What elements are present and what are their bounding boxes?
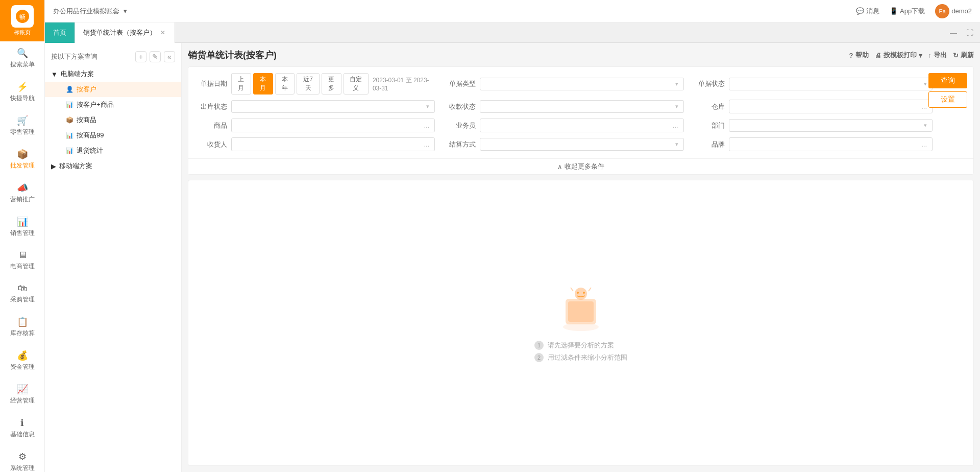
sidebar-item-finance-label: 资金管理 xyxy=(10,363,35,371)
help-button[interactable]: ? 帮助 xyxy=(849,51,869,60)
tree-item-by-customer-goods[interactable]: 📊 按客户+商品 xyxy=(45,97,181,112)
tree-item-return-stats[interactable]: 📊 退货统计 xyxy=(45,143,181,158)
brand-select[interactable]: ... xyxy=(729,137,933,151)
add-scheme-button[interactable]: + xyxy=(135,51,146,62)
dept-select[interactable]: ▾ xyxy=(729,119,933,132)
last-month-btn[interactable]: 上月 xyxy=(231,73,251,95)
this-year-btn[interactable]: 本年 xyxy=(275,73,295,95)
money-icon: 💰 xyxy=(17,350,28,361)
query-button[interactable]: 查询 xyxy=(928,73,967,88)
username: demo2 xyxy=(951,7,972,15)
salesperson-label: 业务员 xyxy=(443,121,476,130)
collect-status-select[interactable]: ▾ xyxy=(480,100,683,113)
sidebar-item-system[interactable]: ⚙ 系统管理 xyxy=(0,445,44,472)
goods-label: 商品 xyxy=(194,121,227,130)
warehouse-select[interactable]: ... xyxy=(729,100,933,113)
left-panel-actions: + ✎ « xyxy=(135,51,175,62)
tree-item-by-goods99[interactable]: 📊 按商品99 xyxy=(45,128,181,143)
logo-icon: 畅 xyxy=(11,5,34,28)
salesperson-filter-cell: 业务员 ... xyxy=(443,119,683,132)
sidebar-item-marketing[interactable]: 📣 营销推广 xyxy=(0,176,44,210)
sidebar-item-wholesale[interactable]: 📦 批发管理 xyxy=(0,143,44,176)
doc-type-select[interactable]: ▾ xyxy=(480,78,683,90)
app-logo[interactable]: 畅 标账页 xyxy=(0,0,44,41)
sidebar-item-operations[interactable]: 📈 经营管理 xyxy=(0,377,44,411)
tab-report[interactable]: 销货单统计表（按客户） ✕ xyxy=(75,22,175,43)
sidebar-item-search[interactable]: 🔍 搜索菜单 xyxy=(0,41,44,75)
sidebar-item-inventory[interactable]: 📋 库存核算 xyxy=(0,310,44,344)
help-icon: ? xyxy=(849,52,853,59)
more-btn[interactable]: 更多 xyxy=(322,73,341,95)
tree-desktop-section[interactable]: ▼ 电脑端方案 xyxy=(45,66,181,82)
dept-filter-cell: 部门 ▾ xyxy=(692,119,933,132)
custom-btn[interactable]: 自定义 xyxy=(344,73,369,95)
tab-home[interactable]: 首页 xyxy=(45,22,75,43)
tree-item-by-goods[interactable]: 📦 按商品 xyxy=(45,112,181,128)
empty-hints: 1 请先选择要分析的方案 2 用过滤条件来缩小分析范围 xyxy=(534,341,627,362)
minimize-button[interactable]: — xyxy=(947,27,960,39)
svg-text:畅: 畅 xyxy=(19,13,26,20)
action-buttons: 查询 设置 xyxy=(928,73,967,108)
edit-scheme-button[interactable]: ✎ xyxy=(150,51,161,62)
chevron-up-icon: ∧ xyxy=(557,163,562,171)
collapse-label: 收起更多条件 xyxy=(565,162,604,171)
tab-close-icon[interactable]: ✕ xyxy=(159,28,166,37)
right-panel: 销货单统计表(按客户) ? 帮助 🖨 按模板打印 ▾ ↑ 导出 xyxy=(182,43,980,472)
main-area: 办公用品行业模拟账套 ▾ 💬 消息 📱 App下载 Ea demo2 首页 xyxy=(45,0,980,472)
goods-filter-cell: 商品 ... xyxy=(194,119,435,132)
tree-expand-icon: ▼ xyxy=(51,70,58,78)
receiver-dots: ... xyxy=(424,140,429,148)
filter-row-3: 商品 ... 业务员 ... 部门 xyxy=(194,119,933,132)
chart-icon: 📊 xyxy=(17,216,28,227)
sidebar-item-purchase[interactable]: 🛍 采购管理 xyxy=(0,277,44,310)
out-status-select[interactable]: ▾ xyxy=(231,100,435,113)
sidebar-item-sales-label: 销售管理 xyxy=(10,229,35,238)
tree-mobile-label: 移动端方案 xyxy=(59,161,92,171)
topbar-title[interactable]: 办公用品行业模拟账套 ▾ xyxy=(53,7,127,16)
export-button[interactable]: ↑ 导出 xyxy=(928,51,947,60)
tree-item-by-goods-label: 按商品 xyxy=(77,115,96,125)
sidebar-item-basic[interactable]: ℹ 基础信息 xyxy=(0,411,44,445)
trending-icon: 📈 xyxy=(17,384,28,395)
sidebar-item-basic-label: 基础信息 xyxy=(10,430,35,439)
svg-line-7 xyxy=(589,288,591,291)
doc-status-filter-cell: 单据状态 ▾ xyxy=(692,78,933,90)
sidebar-item-quicknav[interactable]: ⚡ 快捷导航 xyxy=(0,75,44,109)
customer-goods-icon: 📊 xyxy=(65,101,74,109)
maximize-button[interactable]: ⛶ xyxy=(964,27,976,39)
customer-icon: 👤 xyxy=(65,85,74,93)
out-status-label: 出库状态 xyxy=(194,102,227,111)
filter-row-1: 单据日期 上月 本月 本年 近7天 更多 自定义 2023-03-01 至 20… xyxy=(194,73,933,95)
salesperson-select[interactable]: ... xyxy=(480,119,683,132)
sidebar-item-ecommerce[interactable]: 🖥 电商管理 xyxy=(0,244,44,277)
receiver-select[interactable]: ... xyxy=(231,137,435,151)
goods-select[interactable]: ... xyxy=(231,119,435,132)
help-label: 帮助 xyxy=(855,51,869,60)
settings-button[interactable]: 设置 xyxy=(928,91,967,108)
sidebar-item-sales[interactable]: 📊 销售管理 xyxy=(0,210,44,244)
print-button[interactable]: 🖨 按模板打印 ▾ xyxy=(875,51,922,60)
tree-mobile-section[interactable]: ▶ 移动端方案 xyxy=(45,158,181,174)
tree-item-by-customer[interactable]: 👤 按客户 xyxy=(45,82,181,97)
this-month-btn[interactable]: 本月 xyxy=(253,73,273,95)
sidebar-item-quicknav-label: 快捷导航 xyxy=(10,94,35,103)
app-download-button[interactable]: 📱 App下载 xyxy=(890,7,925,16)
collapse-bar[interactable]: ∧ 收起更多条件 xyxy=(188,158,973,174)
tree-item-return-stats-label: 退货统计 xyxy=(77,146,103,155)
tree-item-by-goods99-label: 按商品99 xyxy=(77,131,104,140)
doc-status-select[interactable]: ▾ xyxy=(729,78,933,90)
clipboard-icon: 📋 xyxy=(17,316,28,327)
settle-select[interactable]: ▾ xyxy=(480,138,683,151)
last7days-btn[interactable]: 近7天 xyxy=(297,73,320,95)
sidebar-item-finance[interactable]: 💰 资金管理 xyxy=(0,344,44,377)
sidebar-item-retail[interactable]: 🛒 零售管理 xyxy=(0,109,44,143)
export-icon: ↑ xyxy=(928,52,932,59)
sidebar-item-search-label: 搜索菜单 xyxy=(10,60,35,69)
page-title-actions: ? 帮助 🖨 按模板打印 ▾ ↑ 导出 ↻ 刷新 xyxy=(849,51,974,60)
user-menu[interactable]: Ea demo2 xyxy=(935,4,972,18)
salesperson-dots: ... xyxy=(673,122,678,129)
collapse-panel-button[interactable]: « xyxy=(164,51,175,62)
sidebar-item-marketing-label: 营销推广 xyxy=(10,195,35,204)
message-button[interactable]: 💬 消息 xyxy=(856,7,879,16)
refresh-button[interactable]: ↻ 刷新 xyxy=(953,51,974,60)
